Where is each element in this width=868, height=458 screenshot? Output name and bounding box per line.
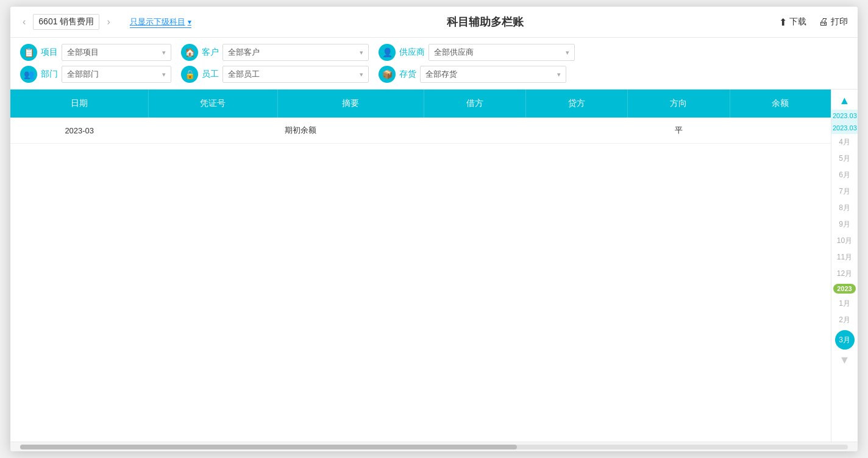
supplier-select[interactable]: 全部供应商 ▾: [429, 44, 575, 61]
period-2023-03-sub[interactable]: 2023.03: [831, 122, 858, 134]
month-7[interactable]: 7月: [831, 183, 858, 200]
month-11[interactable]: 11月: [831, 249, 858, 266]
department-label: 部门: [41, 69, 58, 80]
customer-icon: 🏠: [181, 44, 198, 61]
col-credit: 贷方: [525, 90, 627, 118]
month-3-active[interactable]: 3月: [835, 330, 855, 350]
month-9[interactable]: 9月: [831, 216, 858, 233]
inventory-select[interactable]: 全部存货 ▾: [420, 66, 566, 83]
sidebar-up-arrow[interactable]: ▲: [837, 92, 853, 110]
year-2023-badge[interactable]: 2023: [833, 284, 855, 294]
supplier-chevron-icon: ▾: [566, 49, 569, 57]
col-voucher: 凭证号: [148, 90, 277, 118]
employee-filter-item: 🔒 员工 全部员工 ▾: [181, 66, 369, 83]
month-8[interactable]: 8月: [831, 200, 858, 216]
table-container: 日期 凭证号 摘要 借方 贷方 方向 余额 2023-03 期初余额: [10, 90, 831, 442]
inventory-chevron-icon: ▾: [557, 71, 561, 79]
month-4[interactable]: 4月: [831, 134, 858, 150]
col-debit: 借方: [424, 90, 525, 118]
main-modal: ‹ 6601 销售费用 › 只显示下级科目 ▾ 科目辅助多栏账 ⬆ 下载 🖨 打…: [10, 7, 858, 451]
project-icon: 📋: [20, 44, 37, 61]
supplier-select-value: 全部供应商: [434, 47, 474, 58]
month-10[interactable]: 10月: [831, 233, 858, 249]
scrollbar-track: [20, 445, 848, 449]
print-icon: 🖨: [819, 16, 828, 27]
period-2023-03-top[interactable]: 2023.03: [831, 110, 858, 122]
month-6[interactable]: 6月: [831, 167, 858, 183]
project-select[interactable]: 全部项目 ▾: [62, 44, 171, 61]
page-title: 科目辅助多栏账: [191, 15, 779, 29]
supplier-icon: 👤: [379, 44, 396, 61]
col-balance: 余额: [730, 90, 831, 118]
show-sub-label: 只显示下级科目: [130, 16, 185, 27]
employee-select-value: 全部员工: [228, 69, 260, 80]
filter-row-2: 👥 部门 全部部门 ▾ 🔒 员工 全部员工 ▾ 📦 存货 全部存货: [20, 66, 848, 83]
cell-balance: [730, 118, 831, 144]
month-12[interactable]: 12月: [831, 266, 858, 282]
month-2[interactable]: 2月: [831, 312, 858, 328]
download-button[interactable]: ⬆ 下载: [779, 16, 806, 28]
project-label: 项目: [41, 47, 58, 58]
department-icon: 👥: [20, 66, 37, 83]
table-row: 2023-03 期初余额 平: [10, 118, 831, 144]
employee-select[interactable]: 全部员工 ▾: [222, 66, 369, 83]
employee-label: 员工: [202, 69, 219, 80]
customer-select[interactable]: 全部客户 ▾: [222, 44, 369, 61]
project-chevron-icon: ▾: [162, 49, 166, 57]
project-select-value: 全部项目: [67, 47, 99, 58]
account-code-display: 6601 销售费用: [33, 14, 99, 30]
col-summary: 摘要: [277, 90, 424, 118]
department-select-value: 全部部门: [67, 69, 99, 80]
customer-chevron-icon: ▾: [360, 49, 363, 57]
filter-row-1: 📋 项目 全部项目 ▾ 🏠 客户 全部客户 ▾ 👤 供应商 全部供应: [20, 44, 848, 61]
cell-voucher: [148, 118, 277, 144]
inventory-filter-item: 📦 存货 全部存货 ▾: [379, 66, 566, 83]
month-1[interactable]: 1月: [831, 295, 858, 312]
cell-debit: [424, 118, 525, 144]
customer-filter-item: 🏠 客户 全部客户 ▾: [181, 44, 369, 61]
sidebar-down-arrow[interactable]: ▼: [837, 351, 853, 369]
department-filter-item: 👥 部门 全部部门 ▾: [20, 66, 171, 83]
project-filter-item: 📋 项目 全部项目 ▾: [20, 44, 171, 61]
month-5[interactable]: 5月: [831, 150, 858, 167]
employee-icon: 🔒: [181, 66, 198, 83]
prev-account-button[interactable]: ‹: [20, 15, 28, 29]
header: ‹ 6601 销售费用 › 只显示下级科目 ▾ 科目辅助多栏账 ⬆ 下载 🖨 打…: [10, 7, 858, 38]
cell-date: 2023-03: [10, 118, 148, 144]
employee-chevron-icon: ▾: [360, 71, 363, 79]
ledger-table: 日期 凭证号 摘要 借方 贷方 方向 余额 2023-03 期初余额: [10, 90, 831, 144]
period-sidebar: ▲ 2023.03 2023.03 4月 5月 6月 7月 8月 9月 10月 …: [831, 90, 858, 442]
inventory-label: 存货: [399, 69, 416, 80]
inventory-icon: 📦: [379, 66, 396, 83]
cell-summary: 期初余额: [277, 118, 424, 144]
download-label: 下载: [789, 16, 806, 27]
scrollbar-thumb[interactable]: [20, 445, 517, 449]
cell-direction: 平: [628, 118, 730, 144]
department-select[interactable]: 全部部门 ▾: [62, 66, 171, 83]
header-actions: ⬆ 下载 🖨 打印: [779, 16, 848, 28]
supplier-label: 供应商: [399, 47, 425, 58]
supplier-filter-item: 👤 供应商 全部供应商 ▾: [379, 44, 575, 61]
inventory-select-value: 全部存货: [425, 69, 457, 80]
header-left: ‹ 6601 销售费用 › 只显示下级科目 ▾: [20, 14, 191, 30]
department-chevron-icon: ▾: [162, 71, 166, 79]
close-button[interactable]: ×: [841, 14, 848, 27]
col-direction: 方向: [628, 90, 730, 118]
col-date: 日期: [10, 90, 148, 118]
filter-area: 📋 项目 全部项目 ▾ 🏠 客户 全部客户 ▾ 👤 供应商 全部供应: [10, 38, 858, 90]
horizontal-scrollbar[interactable]: [10, 442, 858, 451]
download-icon: ⬆: [779, 16, 787, 28]
show-sub-button[interactable]: 只显示下级科目 ▾: [130, 16, 191, 28]
next-account-button[interactable]: ›: [104, 15, 112, 29]
cell-credit: [525, 118, 627, 144]
customer-label: 客户: [202, 47, 219, 58]
customer-select-value: 全部客户: [228, 47, 260, 58]
